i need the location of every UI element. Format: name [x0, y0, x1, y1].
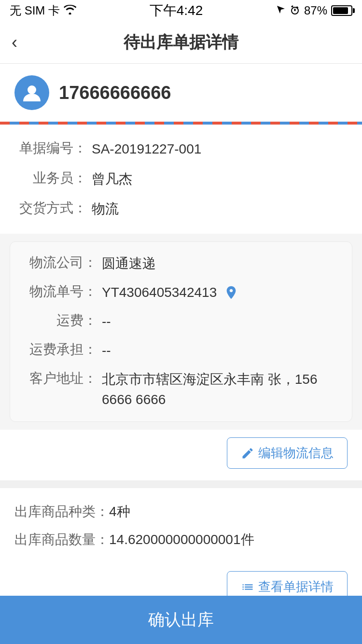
logistics-tracking-row: 物流单号： YT4306405342413	[25, 282, 337, 303]
logistics-company-label: 物流公司：	[25, 253, 97, 272]
logistics-company-value: 圆通速递	[102, 253, 337, 274]
delivery-value: 物流	[92, 199, 348, 219]
section-divider	[0, 480, 362, 488]
svg-rect-2	[291, 5, 293, 8]
tracking-number: YT4306405342413	[102, 282, 217, 303]
freight-label: 运费：	[25, 311, 97, 330]
freight-value: --	[102, 311, 337, 332]
user-phone: 17666666666	[59, 83, 171, 103]
confirm-button-area[interactable]: 确认出库	[0, 596, 362, 644]
agent-value: 曾凡杰	[92, 169, 348, 189]
avatar	[14, 75, 49, 110]
address-value: 北京市市辖区海淀区永丰南 张，156 6666 6666	[102, 369, 337, 410]
tracking-location-icon[interactable]	[223, 284, 240, 301]
nav-bar: ‹ 待出库单据详情	[0, 21, 362, 64]
delivery-label: 交货方式：	[14, 199, 87, 217]
status-right: 87%	[276, 4, 352, 17]
freight-row: 运费： --	[25, 311, 337, 332]
battery-percent: 87%	[304, 4, 327, 17]
confirm-button-label: 确认出库	[148, 609, 214, 631]
goods-types-label: 出库商品种类：	[14, 503, 109, 521]
agent-label: 业务员：	[14, 169, 87, 187]
svg-point-4	[28, 85, 36, 94]
goods-quantity-row: 出库商品数量： 14.620000000000001件	[14, 531, 348, 549]
agent-row: 业务员： 曾凡杰	[14, 169, 348, 189]
alarm-icon	[290, 4, 300, 17]
carrier-label: 无 SIM 卡	[10, 3, 60, 18]
basic-info-section: 单据编号： SA-20191227-001 业务员： 曾凡杰 交货方式： 物流	[0, 125, 362, 234]
goods-types-row: 出库商品种类： 4种	[14, 503, 348, 521]
doc-number-label: 单据编号：	[14, 139, 87, 157]
battery-icon	[331, 5, 352, 16]
goods-quantity-value: 14.620000000000001件	[109, 531, 348, 549]
user-header: 17666666666	[0, 64, 362, 122]
back-button[interactable]: ‹	[12, 32, 17, 53]
list-icon	[241, 580, 254, 594]
edit-icon	[241, 447, 254, 460]
logistics-company-row: 物流公司： 圆通速递	[25, 253, 337, 274]
logistics-tracking-value: YT4306405342413	[102, 282, 337, 303]
doc-number-row: 单据编号： SA-20191227-001	[14, 139, 348, 159]
goods-types-value: 4种	[109, 503, 348, 521]
page-title: 待出库单据详情	[124, 31, 238, 54]
goods-quantity-label: 出库商品数量：	[14, 531, 109, 549]
goods-section: 出库商品种类： 4种 出库商品数量： 14.620000000000001件	[0, 488, 362, 563]
freight-bearer-label: 运费承担：	[25, 340, 97, 359]
logistics-tracking-label: 物流单号：	[25, 282, 97, 301]
svg-rect-1	[294, 9, 295, 11]
edit-logistics-label: 编辑物流信息	[258, 445, 334, 462]
status-left: 无 SIM 卡	[10, 3, 76, 18]
address-label: 客户地址：	[25, 369, 97, 388]
freight-bearer-row: 运费承担： --	[25, 340, 337, 361]
content: 17666666666 单据编号： SA-20191227-001 业务员： 曾…	[0, 64, 362, 644]
logistics-card: 物流公司： 圆通速递 物流单号： YT4306405342413 运费： -- …	[10, 241, 352, 422]
location-status-icon	[276, 4, 286, 17]
address-row: 客户地址： 北京市市辖区海淀区永丰南 张，156 6666 6666	[25, 369, 337, 410]
status-bar: 无 SIM 卡 下午4:42 87%	[0, 0, 362, 21]
freight-bearer-value: --	[102, 340, 337, 361]
status-time: 下午4:42	[150, 1, 203, 20]
edit-logistics-button[interactable]: 编辑物流信息	[227, 437, 348, 469]
edit-btn-container: 编辑物流信息	[0, 430, 362, 480]
wifi-icon	[64, 4, 76, 17]
delivery-row: 交货方式： 物流	[14, 199, 348, 219]
view-detail-label: 查看单据详情	[258, 578, 334, 595]
doc-number-value: SA-20191227-001	[92, 139, 348, 159]
